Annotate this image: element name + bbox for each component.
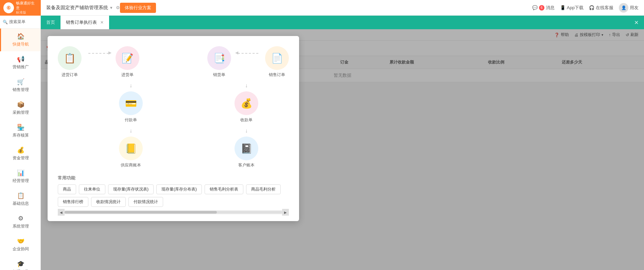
sidebar-item-inventory[interactable]: 🏪 库存核算 xyxy=(0,120,40,142)
purchase-bill-label: 进货单 xyxy=(121,72,134,78)
flow-item-payment[interactable]: 💳 付款单 xyxy=(119,91,143,123)
sidebar-item-basic[interactable]: 📋 基础信息 xyxy=(0,188,40,211)
headset-icon: 🎧 xyxy=(589,5,594,10)
sales-order-label: 销售订单 xyxy=(269,72,285,78)
payment-icon: 💳 xyxy=(119,91,143,115)
common-functions-section: 常用功能 商品 往来单位 现存量(库存状况表) 现存量(库存分布表) 销售毛利分… xyxy=(58,175,289,207)
purchase-order-icon: 📋 xyxy=(58,46,82,70)
scroll-left-btn[interactable]: ◀ xyxy=(58,209,65,216)
arrow-down-payment: ↓ xyxy=(129,83,132,89)
sidebar-item-enterprise[interactable]: 🤝 企业协同 xyxy=(0,233,40,256)
settings-icon[interactable]: ⚙ xyxy=(116,5,120,10)
sidebar-item-quick-nav[interactable]: 🏠 快捷导航 xyxy=(0,29,40,51)
supplier-ledger-label: 供应商账本 xyxy=(121,162,141,168)
flow-item-purchase-bill[interactable]: 📝 进货单 xyxy=(116,46,139,78)
logo-icon: ⑥ xyxy=(3,2,14,13)
flow-row-bottom: ↓ 📒 供应商账本 ↓ xyxy=(58,126,289,168)
flow-item-sales-order[interactable]: 📄 销售订单 xyxy=(265,46,289,78)
logo-text: 畅康通好生意 标准版 xyxy=(16,1,37,15)
customer-ledger-icon: 📓 xyxy=(234,137,258,160)
flow-group-receipt: ↓ 💰 收款单 xyxy=(234,81,258,123)
logo-area: ⑥ 畅康通好生意 标准版 xyxy=(0,0,41,16)
close-all-btn[interactable]: ✕ xyxy=(629,19,644,26)
flow-group-payment: ↓ 💳 付款单 xyxy=(119,81,143,123)
flow-row-top: 📋 进货订单 📝 进货单 xyxy=(58,46,289,78)
user-item[interactable]: 👤 用友 xyxy=(619,3,639,13)
operation-icon: 📊 xyxy=(17,169,24,177)
scroll-right-btn[interactable]: ▶ xyxy=(282,209,289,216)
scrollbar-track[interactable] xyxy=(65,211,282,214)
newbie-icon: 🎓 xyxy=(17,260,24,268)
customer-ledger-label: 客户账本 xyxy=(238,162,255,168)
flow-item-purchase-order[interactable]: 📋 进货订单 xyxy=(58,46,82,78)
tab-close-btn[interactable]: ✕ xyxy=(100,20,104,25)
system-title-area: 装备及固定资产辅助管理系统 ▾ ⚙ xyxy=(46,5,120,11)
supplier-ledger-icon: 📒 xyxy=(119,137,143,160)
flow-item-sales-bill[interactable]: 📑 销货单 xyxy=(207,46,231,78)
inventory-icon: 🏪 xyxy=(17,124,24,131)
func-btn-stock-dist[interactable]: 现存量(库存分布表) xyxy=(156,184,202,194)
func-buttons-row2: 销售排行榜 收款情况统计 付款情况统计 xyxy=(58,197,289,207)
header-actions: 💬 6 消息 📱 App下载 🎧 在线客服 👤 用友 xyxy=(532,3,639,13)
experience-btn[interactable]: 体验行业方案 xyxy=(120,3,156,13)
app-download-item[interactable]: 📱 App下载 xyxy=(560,5,584,11)
sales-order-icon: 📄 xyxy=(265,46,289,70)
dropdown-icon[interactable]: ▾ xyxy=(110,5,112,10)
search-icon: 🔍 xyxy=(3,20,8,24)
sidebar-item-newbie[interactable]: 🎓 新手引导 xyxy=(0,256,40,270)
func-btn-sales-rank[interactable]: 销售排行榜 xyxy=(58,197,88,207)
func-btn-receipt-stats[interactable]: 收款情况统计 xyxy=(91,197,126,207)
func-buttons-row1: 商品 往来单位 现存量(库存状况表) 现存量(库存分布表) 销售毛利分析表 商品… xyxy=(58,184,289,194)
arrow-down-customer: ↓ xyxy=(245,128,248,134)
receipt-icon: 💰 xyxy=(234,91,258,115)
enterprise-icon: 🤝 xyxy=(17,237,24,245)
top-header: ⑥ 畅康通好生意 标准版 装备及固定资产辅助管理系统 ▾ ⚙ 体验行业方案 💬 … xyxy=(0,0,644,16)
phone-icon: 📱 xyxy=(560,5,565,10)
sidebar-item-marketing[interactable]: 📢 营销推广 xyxy=(0,51,40,74)
flow-item-receipt[interactable]: 💰 收款单 xyxy=(234,91,258,123)
flow-group-supplier-ledger: ↓ 📒 供应商账本 xyxy=(119,126,143,168)
receipt-label: 收款单 xyxy=(240,117,253,123)
func-btn-partners[interactable]: 往来单位 xyxy=(79,184,105,194)
arrow-down-receipt: ↓ xyxy=(245,83,248,89)
popup-overlay: 📋 进货订单 📝 进货单 xyxy=(41,29,644,270)
sidebar-item-system[interactable]: ⚙ 系统管理 xyxy=(0,211,40,233)
user-avatar: 👤 xyxy=(619,3,628,13)
message-badge: 6 xyxy=(539,5,544,11)
func-btn-payment-stats[interactable]: 付款情况统计 xyxy=(128,197,163,207)
tab-sales-order-exec[interactable]: 销售订单执行表 ✕ xyxy=(60,16,109,29)
tab-home[interactable]: 首页 xyxy=(41,16,60,29)
online-service-item[interactable]: 🎧 在线客服 xyxy=(589,5,613,11)
common-func-title: 常用功能 xyxy=(58,175,289,181)
message-item[interactable]: 💬 6 消息 xyxy=(532,5,555,11)
purchase-icon: 📦 xyxy=(17,101,24,108)
func-btn-sales-profit[interactable]: 销售毛利分析表 xyxy=(205,184,243,194)
payment-label: 付款单 xyxy=(125,117,137,123)
flow-item-supplier-ledger[interactable]: 📒 供应商账本 xyxy=(119,137,143,168)
flow-item-customer-ledger[interactable]: 📓 客户账本 xyxy=(234,137,258,168)
arrow-po-to-pb xyxy=(85,53,112,54)
tab-bar: 首页 销售订单执行表 ✕ ✕ xyxy=(41,16,644,29)
popup-scrollbar[interactable]: ◀ ▶ xyxy=(58,210,289,214)
flow-group-customer-ledger: ↓ 📓 客户账本 xyxy=(234,126,258,168)
sidebar-item-operation[interactable]: 📊 经营管理 xyxy=(0,165,40,188)
sidebar-item-sales[interactable]: 🛒 销售管理 xyxy=(0,74,40,97)
content-area: 首页 销售订单执行表 ✕ ✕ ❓ 帮助 🖨 按模板打印 xyxy=(41,16,644,270)
marketing-icon: 📢 xyxy=(17,55,24,63)
system-title-text: 装备及固定资产辅助管理系统 xyxy=(46,5,108,11)
func-btn-goods-profit[interactable]: 商品毛利分析 xyxy=(246,184,281,194)
quick-nav-icon: 🏠 xyxy=(17,33,24,40)
arrow-so-to-sb xyxy=(234,53,262,54)
func-btn-stock-status[interactable]: 现存量(库存状况表) xyxy=(108,184,154,194)
popup-box: 📋 进货订单 📝 进货单 xyxy=(48,36,299,221)
arrow-down-supplier: ↓ xyxy=(129,128,132,134)
page-content: ❓ 帮助 🖨 按模板打印 ▾ ↑ 导出 ↺ 刷新 xyxy=(41,29,644,270)
sidebar-search[interactable]: 🔍 搜索菜单 xyxy=(0,16,40,29)
message-icon: 💬 xyxy=(532,5,538,10)
func-btn-goods[interactable]: 商品 xyxy=(58,184,76,194)
sidebar-item-finance[interactable]: 💰 资金管理 xyxy=(0,142,40,165)
scrollbar-thumb[interactable] xyxy=(65,211,217,214)
sidebar: 🔍 搜索菜单 🏠 快捷导航 📢 营销推广 🛒 销售管理 📦 采购管理 🏪 库存核… xyxy=(0,16,41,270)
system-icon: ⚙ xyxy=(18,215,23,222)
sidebar-item-purchase[interactable]: 📦 采购管理 xyxy=(0,97,40,120)
